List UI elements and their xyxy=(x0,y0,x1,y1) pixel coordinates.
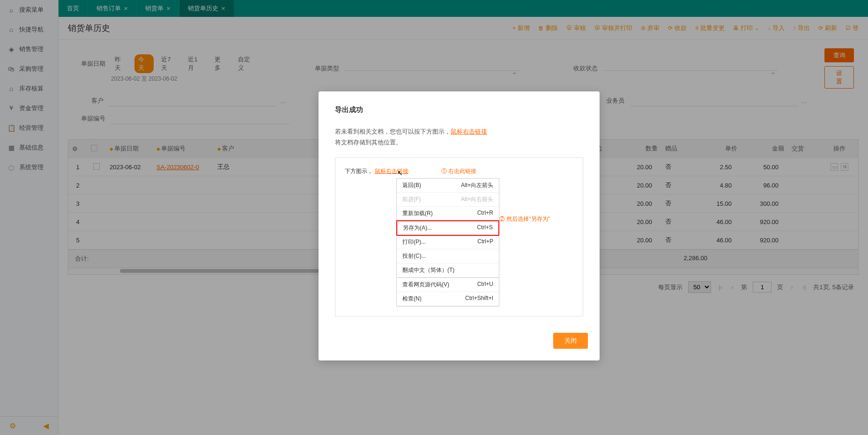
context-menu-item: 前进(F)Alt+向右箭头 xyxy=(397,193,499,207)
instruction-box: 下方图示， 鼠标右击链接 ↖ ① 右击此链接 返回(B)Alt+向左箭头前进(F… xyxy=(335,158,583,316)
close-button[interactable]: 关闭 xyxy=(553,333,588,349)
context-menu-item: 查看网页源代码(V)Ctrl+U xyxy=(397,278,499,292)
context-menu-item: 返回(B)Alt+向左箭头 xyxy=(397,179,499,193)
modal-desc-text: 若未看到相关文档，您也可以按下方图示， xyxy=(335,128,451,135)
context-menu-item: 打印(P)...Ctrl+P xyxy=(397,235,499,249)
step2-label: ② 然后选择"另存为" xyxy=(499,215,550,223)
context-menu-item: 翻成中文（简体）(T) xyxy=(397,263,499,278)
modal-title: 导出成功 xyxy=(335,105,583,114)
modal-footer: 关闭 xyxy=(319,326,600,360)
context-menu-item: 检查(N)Ctrl+Shift+I xyxy=(397,292,499,306)
context-menu-item: 重新加载(R)Ctrl+R xyxy=(397,207,499,221)
modal-desc-link[interactable]: 鼠标右击链接 xyxy=(451,128,487,135)
export-success-modal: 导出成功 若未看到相关文档，您也可以按下方图示，鼠标右击链接 将文档存储到其他位… xyxy=(319,91,600,360)
cursor-icon: ↖ xyxy=(397,169,403,177)
modal-description: 若未看到相关文档，您也可以按下方图示，鼠标右击链接 将文档存储到其他位置。 xyxy=(335,126,583,148)
context-menu-illustration: 返回(B)Alt+向左箭头前进(F)Alt+向右箭头重新加载(R)Ctrl+R另… xyxy=(396,178,499,307)
modal-desc-text2: 将文档存储到其他位置。 xyxy=(335,139,402,146)
inst-link: 鼠标右击链接 xyxy=(375,167,408,175)
context-menu-item: 另存为(A)...Ctrl+S xyxy=(396,220,499,236)
context-menu-item: 投射(C)... xyxy=(397,249,499,263)
inst-prefix: 下方图示， xyxy=(345,167,373,175)
step1-label: ① 右击此链接 xyxy=(441,167,476,175)
